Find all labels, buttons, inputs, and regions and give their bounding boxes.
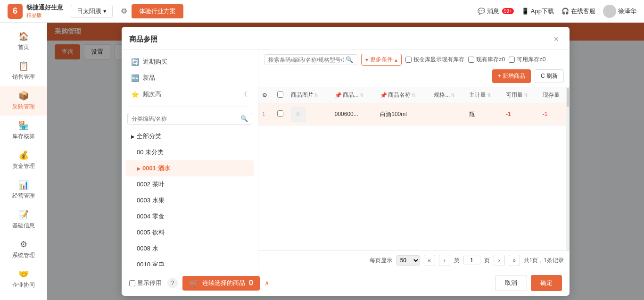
category-search-icon[interactable]: 🔍 — [240, 115, 248, 122]
category-drinks[interactable]: 0005 饮料 — [125, 225, 254, 241]
image-sort[interactable]: 商品图片 ⇅ — [291, 91, 327, 99]
sidebar-item-finance[interactable]: 💰 资金管理 — [0, 145, 47, 175]
new-products-nav[interactable]: 🆕 新品 — [125, 70, 254, 86]
purchase-icon: 📦 — [18, 91, 29, 101]
show-disabled-checkbox[interactable]: 显示停用 — [129, 279, 162, 287]
category-liquor[interactable]: ▶ 0001 酒水 — [125, 160, 254, 176]
available-sort[interactable]: 可用量 ⇅ — [506, 91, 535, 99]
name-sort[interactable]: 📌 商品名称 ⇅ — [380, 91, 426, 99]
modal-close-button[interactable]: × — [551, 33, 562, 45]
unit-sort[interactable]: 主计量 ⇅ — [469, 91, 498, 99]
product-search-input[interactable] — [268, 57, 344, 63]
chevron-down-icon: ▾ — [103, 8, 107, 15]
sidebar-item-system[interactable]: ⚙ 系统管理 — [0, 234, 47, 264]
row-checkbox-cell[interactable] — [273, 103, 287, 125]
sidebar-item-enterprise[interactable]: 🤝 企业协同 — [0, 264, 47, 294]
logo-area: 6 畅捷通好生意 精品版 — [8, 3, 63, 19]
row-unit: 瓶 — [465, 103, 502, 125]
message-badge: 99+ — [502, 8, 514, 14]
phone-icon: 📱 — [521, 8, 529, 15]
scroll-indicator[interactable] — [566, 87, 570, 250]
existing-stock-input[interactable] — [468, 57, 474, 63]
name-pin-icon: 📌 — [380, 92, 387, 99]
logo-text: 畅捷通好生意 精品版 — [26, 3, 63, 19]
sidebar-item-guide[interactable]: 📖 新手引导 — [0, 294, 47, 300]
sidebar-item-purchase[interactable]: 📦 采购管理 — [0, 86, 47, 116]
modal-toolbar: 🔍 ▾ 更多条件 ▴ 按仓库显示现有库存 — [258, 50, 570, 87]
collapse-icon[interactable]: 《 — [239, 90, 248, 99]
next-page-button[interactable]: › — [494, 255, 505, 266]
footer-collapse-icon[interactable]: ∧ — [264, 279, 269, 287]
code-sort-icon: ⇅ — [360, 92, 363, 98]
first-page-button[interactable]: « — [424, 255, 435, 266]
category-water[interactable]: 0008 水 — [125, 241, 254, 257]
category-snacks[interactable]: 0004 零食 — [125, 208, 254, 225]
scroll-thumb — [567, 88, 569, 107]
available-stock-input[interactable] — [509, 57, 515, 63]
sidebar-item-inventory[interactable]: 🏪 库存核算 — [0, 116, 47, 145]
app-download-button[interactable]: 📱 App下载 — [521, 7, 554, 16]
col-stock-header: 现存量 — [539, 87, 570, 103]
category-all[interactable]: ▶ 全部分类 — [125, 128, 254, 144]
experience-button[interactable]: 体验行业方案 — [132, 4, 183, 18]
spec-sort[interactable]: 规格... ⇅ — [434, 91, 462, 99]
frequent-nav[interactable]: ⭐ 频次高 《 — [125, 86, 254, 103]
category-uncategorized[interactable]: 00 未分类 — [125, 144, 254, 160]
add-product-button[interactable]: + 新增商品 — [492, 69, 531, 83]
category-search-input[interactable] — [132, 116, 239, 122]
col-spec-header: 规格... ⇅ — [430, 87, 465, 103]
modal-header: 商品参照 × — [122, 27, 570, 50]
category-list: ▶ 全部分类 00 未分类 ▶ 0001 酒水 0002 茶 — [122, 128, 258, 266]
unit-sort-icon: ⇅ — [487, 92, 491, 98]
modal-footer: 显示停用 ? 🛒 连续选择的商品 0 ∧ 取消 确定 — [122, 270, 570, 296]
category-appliances[interactable]: 0010 家电 — [125, 257, 254, 266]
product-image: 图 — [291, 107, 306, 122]
per-page-select[interactable]: 50 100 200 — [396, 255, 420, 266]
online-service-button[interactable]: 🎧 在线客服 — [561, 7, 595, 16]
col-checkbox[interactable] — [273, 87, 287, 103]
product-table-wrap: ⚙ 商品图片 ⇅ — [258, 87, 570, 250]
finance-icon: 💰 — [18, 150, 29, 160]
sidebar-item-operations[interactable]: 📊 经营管理 — [0, 175, 47, 205]
table-settings-icon[interactable]: ⚙ — [262, 92, 267, 99]
category-fruit[interactable]: 0003 水果 — [125, 192, 254, 208]
cart-button[interactable]: 🛒 连续选择的商品 0 — [182, 276, 260, 291]
row-image-cell: 图 — [287, 103, 331, 125]
prev-page-button[interactable]: ‹ — [439, 255, 450, 266]
warehouse-filter-checkbox[interactable]: 按仓库显示现有库存 — [405, 56, 464, 64]
row-code: 000600... — [331, 103, 377, 125]
code-sort[interactable]: 📌 商品... ⇅ — [335, 91, 373, 99]
sidebar-item-basic-info[interactable]: 📝 基础信息 — [0, 205, 47, 234]
row-checkbox[interactable] — [277, 110, 283, 117]
available-stock-checkbox[interactable]: 可用库存≠0 — [509, 56, 545, 64]
col-settings[interactable]: ⚙ — [258, 87, 273, 103]
refresh-button[interactable]: C 刷新 — [535, 69, 564, 83]
sort-icon: ⇅ — [314, 92, 318, 98]
table-row[interactable]: 1 图 000600... 白酒100ml — [258, 103, 570, 125]
sidebar-item-sales[interactable]: 📋 销售管理 — [0, 56, 47, 86]
warehouse-checkbox-input[interactable] — [405, 57, 412, 63]
help-button[interactable]: ? — [167, 278, 178, 288]
filter-up-icon: ▴ — [395, 57, 397, 63]
settings-icon[interactable]: ⚙ — [116, 4, 132, 19]
confirm-button[interactable]: 确定 — [531, 275, 562, 291]
existing-stock-checkbox[interactable]: 现有库存≠0 — [468, 56, 505, 64]
filter-icon: ▾ — [365, 57, 368, 63]
more-filters-button[interactable]: ▾ 更多条件 ▴ — [361, 54, 402, 66]
sidebar-item-home[interactable]: 🏠 首页 — [0, 26, 47, 56]
row-spec — [430, 103, 465, 125]
last-page-button[interactable]: » — [509, 255, 520, 266]
spec-sort-icon: ⇅ — [451, 92, 454, 98]
select-all-checkbox[interactable] — [277, 92, 283, 98]
recent-purchases-nav[interactable]: 🔄 近期购买 — [125, 54, 254, 70]
category-tea[interactable]: 0002 茶叶 — [125, 176, 254, 192]
user-profile[interactable]: 徐泽华 — [603, 5, 636, 18]
page-number-input[interactable] — [463, 256, 480, 265]
show-disabled-input[interactable] — [129, 280, 135, 286]
home-icon: 🏠 — [18, 31, 29, 42]
product-search-icon[interactable]: 🔍 — [346, 56, 353, 63]
cancel-button[interactable]: 取消 — [495, 275, 527, 291]
store-selector[interactable]: 日太阳膜 ▾ — [71, 5, 113, 18]
sales-icon: 📋 — [18, 61, 29, 71]
messages-button[interactable]: 💬 消息 99+ — [478, 7, 514, 16]
